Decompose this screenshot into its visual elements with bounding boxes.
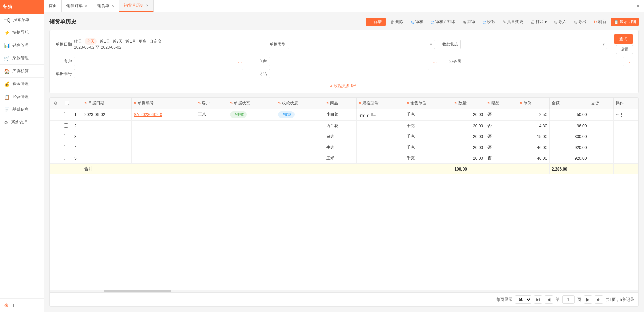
add-button[interactable]: + 新增 [366,18,386,26]
shortcut-yesterday[interactable]: 昨天 [74,38,82,44]
tab-sales-delivery-close[interactable]: ✕ [111,4,114,8]
customer-dots[interactable]: ... [236,59,243,64]
abandon-button[interactable]: ◉ 弃审 [460,18,478,26]
agent-input[interactable] [464,57,624,66]
table-row: 5玉米千克20.00否46.00920.00 [50,153,638,164]
goods-dots[interactable]: ... [431,71,438,76]
batch-change-button[interactable]: ✎ 批量变更 [500,18,526,26]
query-button[interactable]: 查询 [614,34,633,44]
audit-print-button[interactable]: ◎ 审核并打印 [428,18,458,26]
col-goods[interactable]: ⇅ 商品 [324,98,356,109]
sidebar-item-sales-mgmt[interactable]: 📊 销售管理 [0,39,44,52]
add-icon: + [370,20,372,24]
col-spec[interactable]: ⇅ 规格型号 [356,98,404,109]
row-num: 2 [72,121,82,131]
col-qty[interactable]: ⇅ 数量 [452,98,485,109]
row-checkbox-1[interactable] [64,123,68,128]
prev-page-btn[interactable]: ◀ [545,295,553,304]
sidebar-item-search-menu[interactable]: ≡Q 搜索菜单 [0,14,44,26]
row-checkbox-3[interactable] [64,145,68,149]
table-scroll[interactable]: ⚙ ⇅ 单据日期 ⇅ 单据编 [50,98,638,290]
sidebar-bottom-icon2[interactable]: ⏸ [11,303,17,309]
audit-print-icon: ◎ [431,20,434,24]
col-unit[interactable]: ⇅ 销售单位 [404,98,452,109]
goods-input[interactable] [269,69,429,78]
row-doc-no-link[interactable]: SA-20230602-0 [134,112,162,117]
sidebar-bottom-icon1[interactable]: ☀ [4,302,9,309]
col-customer[interactable]: ⇅ 客户 [196,98,228,109]
doc-no-input[interactable] [74,69,243,78]
row-gift: 否 [485,153,517,164]
last-page-btn[interactable]: ⏭ [595,295,603,304]
agent-dots[interactable]: ... [626,59,633,64]
import-button[interactable]: ◎ 导入 [551,18,569,26]
tab-sales-order-close[interactable]: ✕ [85,4,87,8]
scroll-thumb[interactable] [104,290,171,292]
tab-sales-history[interactable]: 销货单历史 ✕ [119,0,154,12]
more-action[interactable]: ⋮ [619,112,624,117]
row-collect-status[interactable]: 已收款 [276,109,324,121]
edit-action[interactable]: ✏ [616,112,619,117]
col-doc-no[interactable]: ⇅ 单据编号 [132,98,196,109]
row-goods: 小白菜 [324,109,356,121]
print-button[interactable]: 🖨 打印 ▾ [528,18,549,26]
warehouse-dots[interactable]: ... [431,59,438,64]
col-price[interactable]: ⇅ 单价 [517,98,550,109]
tab-sales-delivery[interactable]: 销货单 ✕ [92,0,119,12]
page-input[interactable] [562,295,575,304]
collect-status-select[interactable] [460,40,607,49]
row-doc-no[interactable] [132,153,196,164]
warehouse-input[interactable] [269,57,429,66]
shortcut-more[interactable]: 更多 [139,38,147,44]
col-doc-status[interactable]: ⇅ 单据状态 [228,98,276,109]
sidebar-item-purchase-mgmt[interactable]: 🛒 采购管理 [0,52,44,65]
shortcut-1month[interactable]: 近1月 [125,38,136,44]
table-row: 2西兰花千克20.00否4.8096.00 [50,121,638,131]
select-all-checkbox[interactable] [65,101,69,105]
doc-type-select[interactable] [288,40,435,49]
row-doc-no[interactable] [132,142,196,153]
shortcut-today[interactable]: 今天 [85,38,97,45]
sidebar-item-sys-mgmt[interactable]: ⚙ 系统管理 [0,116,44,129]
row-doc-no[interactable] [132,121,196,131]
show-detail-button[interactable]: 📋 显示明细 [611,18,639,26]
collapse-btn[interactable]: ∧ 收起更多条件 [55,81,633,89]
first-page-btn[interactable]: ⏮ [534,295,542,304]
row-doc-no[interactable] [132,131,196,142]
refresh-button[interactable]: ↻ 刷新 [591,18,609,26]
collect-button[interactable]: ◎ 收款 [480,18,498,26]
purchase-mgmt-icon: 🛒 [4,56,10,61]
audit-button[interactable]: ◎ 审核 [408,18,426,26]
row-gift: 否 [485,142,517,153]
col-gift[interactable]: ⇅ 赠品 [485,98,517,109]
window-close-btn[interactable]: ✕ [632,3,644,9]
sidebar-item-basic-info[interactable]: 📄 基础信息 [0,103,44,116]
set-button[interactable]: 设置 [616,45,633,54]
sidebar-item-quick-nav[interactable]: ⚡ 快捷导航 [0,26,44,39]
row-doc-no[interactable]: SA-20230602-0 [132,109,196,121]
export-button[interactable]: ◎ 导出 [571,18,589,26]
row-checkbox-4[interactable] [64,156,68,160]
col-collect-status[interactable]: ⇅ 收款状态 [276,98,324,109]
sidebar-item-finance[interactable]: 💰 资金管理 [0,78,44,90]
tab-home[interactable]: 首页 [44,0,62,12]
col-doc-date[interactable]: ⇅ 单据日期 [82,98,132,109]
col-settings[interactable]: ⚙ [50,98,62,109]
shortcut-7days[interactable]: 近7天 [113,38,123,44]
row-doc-status[interactable]: 已生效 [228,109,276,121]
horizontal-scrollbar[interactable] [50,290,638,292]
row-checkbox-0[interactable] [64,112,68,116]
row-checkbox-2[interactable] [64,134,68,138]
per-page-select[interactable]: 50 [515,295,531,304]
next-page-btn[interactable]: ▶ [584,295,592,304]
delete-button[interactable]: 🗑 删除 [388,18,406,26]
tab-sales-order[interactable]: 销售订单 ✕ [62,0,92,12]
tab-sales-history-close[interactable]: ✕ [146,4,149,7]
shortcut-custom[interactable]: 自定义 [149,38,162,44]
collect-icon: ◎ [483,20,486,24]
sidebar-item-ops[interactable]: 📋 经营管理 [0,90,44,103]
sidebar-item-inventory[interactable]: 🏠 库存核算 [0,65,44,78]
shortcut-1day[interactable]: 近1天 [100,38,110,44]
settings-icon[interactable]: ⚙ [52,101,60,106]
customer-input[interactable] [74,57,234,66]
